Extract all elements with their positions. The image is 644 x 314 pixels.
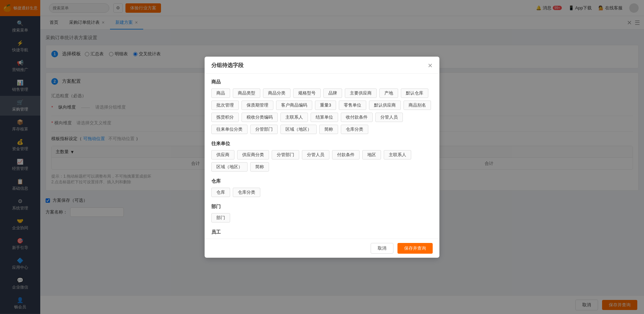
field-group-warehouse: 仓库 仓库 仓库分类 xyxy=(211,178,433,197)
field-tag-expiry-mgmt[interactable]: 保质期管理 xyxy=(241,101,273,110)
field-tag-default-supplier[interactable]: 默认供应商 xyxy=(369,101,401,110)
field-tag-main-contact[interactable]: 主联系人 xyxy=(280,113,308,122)
field-tag-warehouse-cat[interactable]: 仓库分类 xyxy=(341,125,368,134)
field-tags-counterparty: 供应商 供应商分类 分管部门 分管人员 付款条件 地区 主联系人 区域（地区） … xyxy=(211,150,433,172)
modal-overlay: 分组待选字段 ✕ 商品 商品 商品类型 商品分类 规格型号 品牌 主要供应商 产… xyxy=(0,0,644,224)
field-tag-supplier[interactable]: 供应商 xyxy=(211,150,234,160)
field-tag-default-warehouse[interactable]: 默认仓库 xyxy=(401,88,428,98)
field-tag-customer-code[interactable]: 客户商品编码 xyxy=(276,101,312,110)
field-group-department: 部门 部门 xyxy=(211,204,433,223)
field-tag-goods-category[interactable]: 商品分类 xyxy=(263,88,290,98)
field-tag-manager[interactable]: 分管人员 xyxy=(302,150,329,160)
field-tag-warehouse[interactable]: 仓库 xyxy=(211,188,230,197)
field-tag-settle-unit[interactable]: 结算单位 xyxy=(311,113,338,122)
field-group-counterparty-title: 往来单位 xyxy=(211,141,433,147)
field-tag-pick-score[interactable]: 拣货积分 xyxy=(211,113,239,122)
field-tags-department: 部门 xyxy=(211,213,433,223)
field-tag-weight3[interactable]: 重量3 xyxy=(315,101,336,110)
field-tag-region-area2[interactable]: 区域（地区） xyxy=(211,162,248,172)
field-tag-short-name[interactable]: 简称 xyxy=(319,125,338,134)
field-tag-brand[interactable]: 品牌 xyxy=(323,88,342,98)
field-tag-manage-dept[interactable]: 分管部门 xyxy=(250,125,278,134)
modal-header: 分组待选字段 ✕ xyxy=(205,57,439,74)
field-tags-goods: 商品 商品类型 商品分类 规格型号 品牌 主要供应商 产地 默认仓库 批次管理 … xyxy=(211,88,433,134)
field-tag-region-area[interactable]: 区域（地区） xyxy=(280,125,317,134)
field-group-department-title: 部门 xyxy=(211,204,433,210)
field-tag-supplier-cat[interactable]: 供应商分类 xyxy=(237,150,269,160)
field-tag-goods-alias[interactable]: 商品别名 xyxy=(404,101,431,110)
field-tag-main-contact2[interactable]: 主联系人 xyxy=(384,150,411,160)
field-tag-pay-condition[interactable]: 付款条件 xyxy=(332,150,360,160)
field-tag-tax-code[interactable]: 税收分类编码 xyxy=(241,113,278,122)
field-tag-warehouse-cat2[interactable]: 仓库分类 xyxy=(233,188,260,197)
field-tag-main-supplier[interactable]: 主要供应商 xyxy=(345,88,377,98)
modal-title: 分组待选字段 xyxy=(211,62,244,69)
modal-select-fields: 分组待选字段 ✕ 商品 商品 商品类型 商品分类 规格型号 品牌 主要供应商 产… xyxy=(205,57,439,224)
field-tags-warehouse: 仓库 仓库分类 xyxy=(211,188,433,197)
field-tag-origin[interactable]: 产地 xyxy=(379,88,398,98)
field-tag-batch-mgmt[interactable]: 批次管理 xyxy=(211,101,239,110)
field-tag-manage-dept2[interactable]: 分管部门 xyxy=(272,150,299,160)
modal-close-button[interactable]: ✕ xyxy=(428,62,433,69)
field-group-counterparty: 往来单位 供应商 供应商分类 分管部门 分管人员 付款条件 地区 主联系人 区域… xyxy=(211,141,433,172)
field-tag-goods-type[interactable]: 商品类型 xyxy=(233,88,260,98)
field-tag-payment-terms[interactable]: 收付款条件 xyxy=(341,113,373,122)
modal-body[interactable]: 商品 商品 商品类型 商品分类 规格型号 品牌 主要供应商 产地 默认仓库 批次… xyxy=(205,74,439,224)
field-tag-region2[interactable]: 地区 xyxy=(362,150,381,160)
field-tag-goods[interactable]: 商品 xyxy=(211,88,230,98)
field-tag-dept[interactable]: 部门 xyxy=(211,213,230,223)
field-group-goods-title: 商品 xyxy=(211,79,433,85)
field-group-goods: 商品 商品 商品类型 商品分类 规格型号 品牌 主要供应商 产地 默认仓库 批次… xyxy=(211,79,433,134)
field-group-warehouse-title: 仓库 xyxy=(211,178,433,184)
field-tag-short-name2[interactable]: 简称 xyxy=(250,162,269,172)
field-tag-source-unit-cat[interactable]: 往来单位分类 xyxy=(211,125,248,134)
field-tag-retail-unit[interactable]: 零售单位 xyxy=(339,101,366,110)
field-tag-spec-type[interactable]: 规格型号 xyxy=(293,88,321,98)
field-tag-supervisor[interactable]: 分管人员 xyxy=(375,113,403,122)
